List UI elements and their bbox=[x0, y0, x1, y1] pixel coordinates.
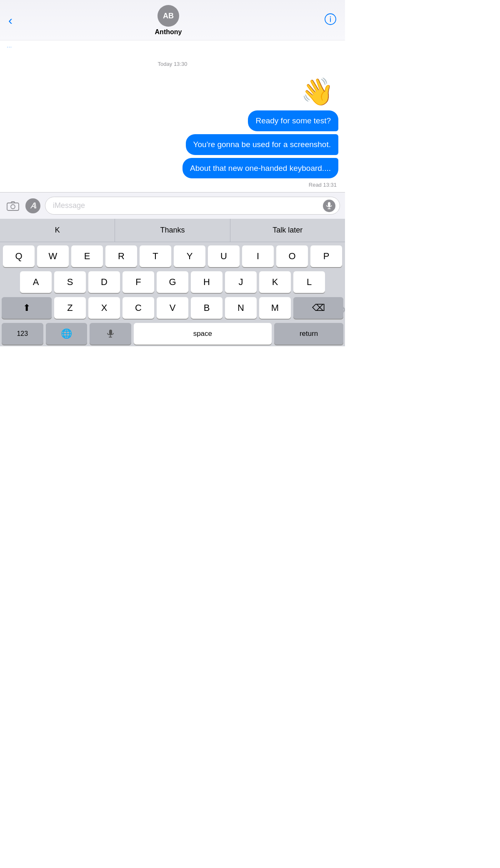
svg-point-4 bbox=[11, 205, 15, 209]
key-T[interactable]: T bbox=[140, 245, 171, 267]
key-M[interactable]: M bbox=[259, 297, 291, 319]
key-L[interactable]: L bbox=[293, 271, 325, 293]
key-Z[interactable]: Z bbox=[54, 297, 86, 319]
key-A[interactable]: A bbox=[20, 271, 52, 293]
key-N[interactable]: N bbox=[225, 297, 257, 319]
quicktype-suggestion-1[interactable]: K bbox=[0, 219, 115, 242]
key-V[interactable]: V bbox=[157, 297, 188, 319]
info-button[interactable] bbox=[324, 13, 337, 28]
key-I[interactable]: I bbox=[242, 245, 274, 267]
shift-icon: ⬆ bbox=[23, 303, 30, 313]
key-U[interactable]: U bbox=[208, 245, 240, 267]
prev-convo-hint: ··· bbox=[0, 40, 345, 53]
key-K[interactable]: K bbox=[259, 271, 291, 293]
delete-icon: ⌫ bbox=[312, 303, 325, 313]
key-X[interactable]: X bbox=[88, 297, 120, 319]
message-bubble-2[interactable]: You're gonna be used for a screenshot. bbox=[186, 134, 338, 155]
key-P[interactable]: P bbox=[310, 245, 342, 267]
message-bubble-3[interactable]: About that new one-handed keyboard.... bbox=[182, 158, 338, 179]
svg-rect-3 bbox=[7, 203, 19, 210]
key-B[interactable]: B bbox=[191, 297, 222, 319]
keyboard-row-1: Q W E R T Y U I O P bbox=[2, 245, 343, 267]
numbers-key[interactable]: 123 bbox=[2, 323, 43, 345]
key-C[interactable]: C bbox=[122, 297, 154, 319]
keyboard: Q W E R T Y U I O P A S D F G H J K L ⬆ … bbox=[0, 242, 345, 346]
return-key[interactable]: return bbox=[274, 323, 343, 345]
key-D[interactable]: D bbox=[88, 271, 120, 293]
keyboard-row-2: A S D F G H J K L bbox=[2, 271, 343, 293]
appstore-button[interactable]: 𝔸 bbox=[25, 198, 41, 214]
key-R[interactable]: R bbox=[105, 245, 137, 267]
dictation-key[interactable] bbox=[90, 323, 131, 345]
appstore-icon: 𝔸 bbox=[30, 201, 36, 210]
message-input[interactable]: iMessage bbox=[45, 197, 340, 215]
space-key[interactable]: space bbox=[134, 323, 272, 345]
svg-rect-8 bbox=[109, 330, 112, 335]
one-handed-chevron[interactable]: › bbox=[340, 298, 345, 318]
keyboard-row-4: 123 🌐 space return bbox=[2, 323, 343, 345]
back-button[interactable]: ‹ bbox=[8, 13, 12, 28]
read-receipt: Read 13:31 bbox=[7, 182, 338, 188]
globe-icon: 🌐 bbox=[61, 328, 72, 339]
header-center: AB Anthony bbox=[155, 5, 182, 36]
delete-key[interactable]: ⌫ bbox=[293, 297, 343, 319]
quicktype-suggestion-2[interactable]: Thanks bbox=[115, 219, 230, 242]
input-placeholder: iMessage bbox=[53, 201, 85, 210]
key-F[interactable]: F bbox=[122, 271, 154, 293]
key-J[interactable]: J bbox=[225, 271, 257, 293]
message-bubble-1[interactable]: Ready for some test? bbox=[248, 110, 338, 131]
globe-key[interactable]: 🌐 bbox=[46, 323, 88, 345]
key-S[interactable]: S bbox=[54, 271, 86, 293]
input-bar: 𝔸 iMessage bbox=[0, 192, 345, 219]
keyboard-row-3: ⬆ Z X C V B N M ⌫ › bbox=[2, 297, 343, 319]
key-Y[interactable]: Y bbox=[174, 245, 205, 267]
chat-area: Today 13:30 👋 Ready for some test? You'r… bbox=[0, 61, 345, 192]
mic-button[interactable] bbox=[323, 200, 335, 212]
quicktype-suggestion-3[interactable]: Talk later bbox=[230, 219, 345, 242]
contact-name[interactable]: Anthony bbox=[155, 28, 182, 36]
svg-point-2 bbox=[330, 16, 331, 17]
quicktype-bar: K Thanks Talk later bbox=[0, 219, 345, 242]
shift-key[interactable]: ⬆ bbox=[2, 297, 52, 319]
camera-button[interactable] bbox=[5, 198, 21, 214]
svg-rect-5 bbox=[328, 202, 330, 207]
back-chevron: ‹ bbox=[8, 13, 12, 28]
key-Q[interactable]: Q bbox=[3, 245, 35, 267]
key-E[interactable]: E bbox=[71, 245, 103, 267]
wave-emoji: 👋 bbox=[7, 77, 338, 106]
key-G[interactable]: G bbox=[157, 271, 188, 293]
messages-container: 👋 Ready for some test? You're gonna be u… bbox=[7, 73, 338, 192]
avatar[interactable]: AB bbox=[158, 5, 179, 27]
key-W[interactable]: W bbox=[37, 245, 69, 267]
header: ‹ AB Anthony bbox=[0, 0, 345, 40]
key-H[interactable]: H bbox=[191, 271, 222, 293]
key-O[interactable]: O bbox=[276, 245, 308, 267]
timestamp: Today 13:30 bbox=[7, 61, 338, 67]
